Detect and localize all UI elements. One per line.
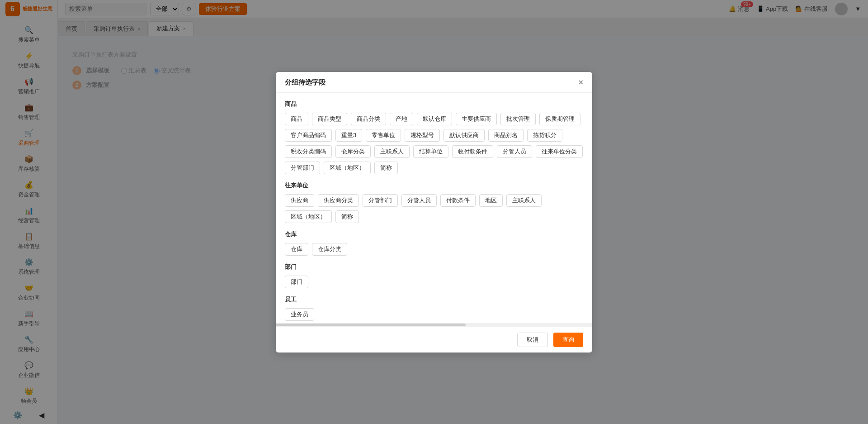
field-tag[interactable]: 客户商品编码	[285, 129, 332, 142]
section-counterpart-title: 往来单位	[285, 181, 583, 190]
field-tag[interactable]: 收付款条件	[452, 145, 493, 158]
field-tag[interactable]: 产地	[390, 113, 413, 125]
section-warehouse: 仓库 仓库 仓库分类	[285, 230, 583, 256]
field-tag[interactable]: 分管人员	[497, 145, 532, 158]
section-warehouse-tags: 仓库 仓库分类	[285, 243, 583, 256]
modal-horizontal-scrollbar[interactable]	[276, 323, 592, 327]
section-employee: 员工 业务员	[285, 295, 583, 321]
field-tag[interactable]: 重量3	[335, 129, 362, 142]
field-tag[interactable]: 分管部门	[285, 162, 320, 174]
field-tag[interactable]: 结算单位	[413, 145, 448, 158]
section-department-title: 部门	[285, 263, 583, 271]
modal-overlay: 分组待选字段 × 商品 商品 商品类型 商品分类 产地 默认仓库 主要供应商 批…	[0, 0, 868, 424]
field-tag[interactable]: 分管人员	[401, 194, 437, 207]
field-tag[interactable]: 区域（地区）	[285, 210, 332, 223]
field-tag[interactable]: 商品	[285, 113, 308, 125]
modal-header: 分组待选字段 ×	[276, 72, 592, 93]
modal-footer: 取消 查询	[276, 327, 592, 353]
section-employee-title: 员工	[285, 295, 583, 304]
field-tag[interactable]: 零售单位	[366, 129, 401, 142]
field-tag[interactable]: 批次管理	[500, 113, 536, 125]
field-tag[interactable]: 默认供应商	[443, 129, 485, 142]
section-employee-tags: 业务员	[285, 308, 583, 321]
field-tag[interactable]: 保质期管理	[539, 113, 580, 125]
field-tag[interactable]: 主联系人	[374, 145, 410, 158]
field-tag[interactable]: 简称	[374, 162, 398, 174]
field-selection-modal: 分组待选字段 × 商品 商品 商品类型 商品分类 产地 默认仓库 主要供应商 批…	[276, 72, 592, 353]
field-tag[interactable]: 业务员	[285, 308, 314, 321]
field-tag[interactable]: 供应商分类	[318, 194, 359, 207]
field-tag[interactable]: 仓库分类	[312, 243, 347, 256]
field-tag[interactable]: 地区	[479, 194, 503, 207]
field-tag[interactable]: 拣货积分	[527, 129, 562, 142]
field-tag[interactable]: 商品类型	[312, 113, 347, 125]
section-department: 部门 部门	[285, 263, 583, 288]
section-warehouse-title: 仓库	[285, 230, 583, 238]
field-tag[interactable]: 付款条件	[440, 194, 476, 207]
section-counterpart-tags: 供应商 供应商分类 分管部门 分管人员 付款条件 地区 主联系人 区域（地区） …	[285, 194, 583, 223]
field-tag[interactable]: 分管部门	[363, 194, 398, 207]
field-tag[interactable]: 区域（地区）	[324, 162, 371, 174]
modal-scrollbar-thumb	[276, 324, 466, 326]
field-tag[interactable]: 主要供应商	[456, 113, 497, 125]
field-tag[interactable]: 供应商	[285, 194, 314, 207]
confirm-button[interactable]: 查询	[553, 333, 583, 347]
field-tag[interactable]: 默认仓库	[417, 113, 452, 125]
field-tag[interactable]: 主联系人	[506, 194, 542, 207]
modal-title: 分组待选字段	[285, 78, 326, 87]
field-tag[interactable]: 仓库	[285, 243, 308, 256]
section-counterpart: 往来单位 供应商 供应商分类 分管部门 分管人员 付款条件 地区 主联系人 区域…	[285, 181, 583, 223]
field-tag[interactable]: 部门	[285, 276, 308, 288]
field-tag[interactable]: 往来单位分类	[536, 145, 583, 158]
field-tag[interactable]: 商品分类	[351, 113, 386, 125]
field-tag[interactable]: 仓库分类	[335, 145, 371, 158]
section-department-tags: 部门	[285, 276, 583, 288]
section-product: 商品 商品 商品类型 商品分类 产地 默认仓库 主要供应商 批次管理 保质期管理…	[285, 100, 583, 174]
modal-body[interactable]: 商品 商品 商品类型 商品分类 产地 默认仓库 主要供应商 批次管理 保质期管理…	[276, 93, 592, 323]
field-tag[interactable]: 商品别名	[488, 129, 524, 142]
field-tag[interactable]: 规格型号	[405, 129, 440, 142]
section-product-tags: 商品 商品类型 商品分类 产地 默认仓库 主要供应商 批次管理 保质期管理 客户…	[285, 113, 583, 174]
section-product-title: 商品	[285, 100, 583, 108]
modal-close-button[interactable]: ×	[578, 78, 583, 86]
cancel-button[interactable]: 取消	[517, 333, 548, 347]
field-tag[interactable]: 简称	[335, 210, 359, 223]
field-tag[interactable]: 税收分类编码	[285, 145, 332, 158]
